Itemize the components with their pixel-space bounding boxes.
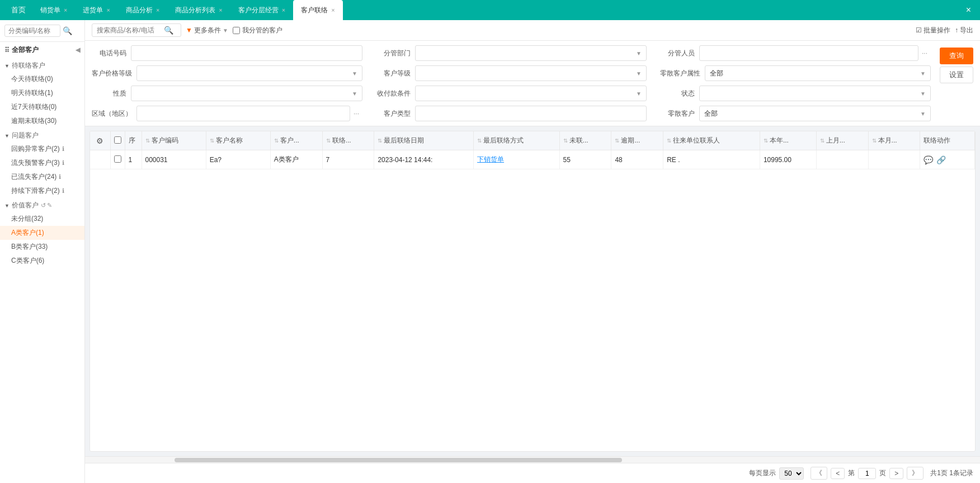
th-level: ⇅客户... <box>270 131 322 150</box>
th-checkbox <box>110 131 125 150</box>
retail-attr-arrow: ▼ <box>920 70 926 77</box>
select-all-checkbox[interactable] <box>114 136 121 144</box>
main-layout: 🔍 ⠿ 全部客户 ◀ ▼ 待联络客户 今天待联络(0) 明天待联络(1) 近7天… <box>0 20 980 483</box>
cell-code: 000031 <box>142 150 206 169</box>
close-tab-3[interactable]: × <box>219 7 222 13</box>
price-level-label: 客户价格等级 <box>92 69 136 78</box>
export-btn[interactable]: ↑ 导出 <box>955 26 973 35</box>
close-tab-1[interactable]: × <box>106 7 110 13</box>
scrollbar-thumb[interactable] <box>175 458 622 462</box>
sidebar-search-icon[interactable]: 🔍 <box>63 26 72 35</box>
th-code: ⇅客户编码 <box>142 131 206 150</box>
sidebar-item-7days[interactable]: 近7天待联络(0) <box>0 100 84 114</box>
sidebar-item-b-class[interactable]: B类客户(33) <box>0 240 84 254</box>
sidebar-item-churn-warning[interactable]: 流失预警客户(3) ℹ <box>0 156 84 170</box>
dept-select[interactable]: ▼ <box>415 45 647 61</box>
filter-cell-manager: 分管人员 ··· <box>660 45 931 61</box>
sidebar-item-repurchase-anomaly[interactable]: 回购异常客户(2) ℹ <box>0 142 84 156</box>
customer-type-input[interactable] <box>415 106 647 121</box>
sidebar-item-ungrouped[interactable]: 未分组(32) <box>0 212 84 226</box>
setting-button[interactable]: 设置 <box>940 67 973 83</box>
next-page-btn[interactable]: > <box>889 468 903 479</box>
window-close-btn[interactable]: × <box>962 5 976 15</box>
th-this-year: ⇅本年... <box>760 131 816 150</box>
nav-home[interactable]: 首页 <box>4 0 32 20</box>
page-number-input[interactable] <box>858 468 876 479</box>
nav-tab-2[interactable]: 商品分析 × <box>118 0 167 20</box>
chat-icon[interactable]: 💬 <box>924 155 933 164</box>
th-contact2: ⇅往来单位联系人 <box>663 131 760 150</box>
filter-search-input[interactable] <box>97 26 164 34</box>
last-method-link[interactable]: 下销货单 <box>477 155 504 163</box>
nav-tab-1[interactable]: 进货单 × <box>75 0 117 20</box>
manager-dots[interactable]: ··· <box>918 49 931 57</box>
batch-op-btn[interactable]: ☑ 批量操作 <box>916 26 950 35</box>
phone-input[interactable] <box>131 45 362 61</box>
sidebar-item-today[interactable]: 今天待联络(0) <box>0 72 84 86</box>
filter-more-btn[interactable]: ▼ 更多条件 ▼ <box>186 26 228 35</box>
group-value-customers[interactable]: ▼ 价值客户 ↺ ✎ <box>0 198 84 212</box>
nav-tab-3[interactable]: 商品分析列表 × <box>167 0 230 20</box>
payment-arrow: ▼ <box>636 91 642 97</box>
manager-input[interactable] <box>699 45 918 61</box>
edit-icon[interactable]: ✎ <box>47 202 52 209</box>
chevron-down-icon: ▼ <box>223 27 228 34</box>
retail-attr-select[interactable]: 全部 ▼ <box>705 65 931 81</box>
close-tab-2[interactable]: × <box>156 7 159 13</box>
nature-select[interactable]: ▼ <box>131 86 362 101</box>
collapse-icon[interactable]: ◀ <box>76 46 80 54</box>
th-last-date: ⇅最后联络日期 <box>374 131 474 150</box>
refresh-icon[interactable]: ↺ <box>41 202 46 209</box>
sidebar-all-customers[interactable]: ⠿ 全部客户 ◀ <box>0 42 84 58</box>
my-customers-checkbox[interactable] <box>233 27 240 34</box>
pagination: 《 < 第 页 > 》 <box>811 467 924 480</box>
group-problem-customers[interactable]: ▼ 问题客户 <box>0 128 84 142</box>
retail-select[interactable]: 全部 ▼ <box>699 106 931 121</box>
close-tab-4[interactable]: × <box>282 7 285 13</box>
export-icon: ↑ <box>955 26 958 34</box>
th-this-month: ⇅本月... <box>868 131 920 150</box>
horizontal-scrollbar[interactable] <box>85 456 980 463</box>
sidebar-search-input[interactable] <box>4 25 60 37</box>
query-button[interactable]: 查询 <box>940 48 973 64</box>
customer-level-select[interactable]: ▼ <box>415 65 647 81</box>
sidebar-item-overdue[interactable]: 逾期未联络(30) <box>0 114 84 128</box>
nav-tab-4[interactable]: 客户分层经营 × <box>230 0 293 20</box>
close-tab-0[interactable]: × <box>64 7 67 13</box>
sidebar-item-churned[interactable]: 已流失客户(24) ℹ <box>0 170 84 184</box>
sidebar-item-a-class[interactable]: A类客户(1) <box>0 226 84 240</box>
th-uncontacted: ⇅未联... <box>559 131 611 150</box>
link-icon[interactable]: 🔗 <box>936 155 946 164</box>
first-page-btn[interactable]: 《 <box>811 467 827 480</box>
payment-select[interactable]: ▼ <box>415 86 647 101</box>
sidebar-item-declining[interactable]: 持续下滑客户(2) ℹ <box>0 184 84 198</box>
gear-icon[interactable]: ⚙ <box>96 136 103 145</box>
filter-search-icon[interactable]: 🔍 <box>164 26 173 35</box>
filter-cell-nature: 性质 ▼ <box>92 86 362 101</box>
sidebar-item-tomorrow[interactable]: 明天待联络(1) <box>0 86 84 100</box>
nav-tab-5[interactable]: 客户联络 × <box>293 0 342 20</box>
row-checkbox[interactable] <box>114 155 121 163</box>
group-pending-contact[interactable]: ▼ 待联络客户 <box>0 58 84 72</box>
my-customers-filter[interactable]: 我分管的客户 <box>233 26 282 35</box>
info-icon-3: ℹ <box>62 187 64 195</box>
status-select[interactable]: ▼ <box>699 86 931 101</box>
per-page-select[interactable]: 50 <box>779 467 804 480</box>
status-label: 状态 <box>660 89 699 98</box>
phone-label: 电话号码 <box>92 49 131 58</box>
manager-label: 分管人员 <box>660 49 699 58</box>
last-page-btn[interactable]: 》 <box>907 467 924 480</box>
prev-page-btn[interactable]: < <box>831 468 845 479</box>
cell-uncontacted: 55 <box>559 150 611 169</box>
price-level-select[interactable]: ▼ <box>136 65 362 81</box>
info-icon-1: ℹ <box>62 159 64 167</box>
th-gear: ⚙ <box>90 131 110 150</box>
sidebar-item-c-class[interactable]: C类客户(6) <box>0 254 84 268</box>
close-tab-5[interactable]: × <box>331 7 334 13</box>
retail-attr-label: 零散客户属性 <box>660 69 705 78</box>
nav-tab-0[interactable]: 销货单 × <box>32 0 75 20</box>
status-arrow: ▼ <box>920 91 926 97</box>
cell-this-year: 10995.00 <box>760 150 816 169</box>
region-input[interactable] <box>136 106 350 121</box>
region-dots[interactable]: ··· <box>350 110 362 117</box>
